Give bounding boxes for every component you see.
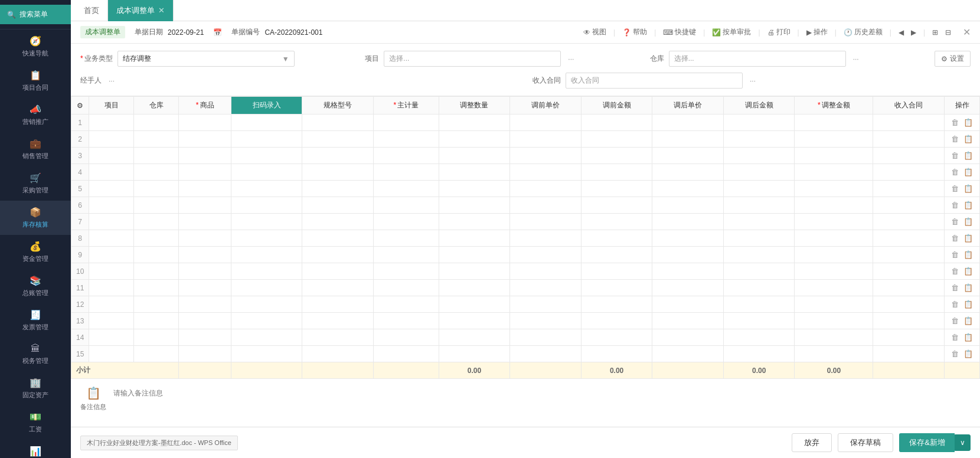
cell-warehouse-3[interactable] (134, 148, 179, 164)
cell-adj-amount-5[interactable] (795, 181, 873, 197)
cell-scan-2[interactable] (231, 131, 302, 148)
cell-adj-amount-3[interactable] (795, 148, 873, 164)
cell-before-price-4[interactable] (510, 164, 582, 181)
cell-adj-amount-11[interactable] (795, 280, 873, 296)
income-contract-input[interactable]: 收入合同 (566, 73, 743, 89)
cell-adj-amount-10[interactable] (795, 263, 873, 280)
handler-more-icon[interactable]: ··· (109, 77, 115, 85)
cell-warehouse-7[interactable] (134, 214, 179, 230)
cell-adj-amount-6[interactable] (795, 197, 873, 214)
settings-button[interactable]: ⚙ 设置 (935, 51, 971, 67)
cell-before-price-9[interactable] (510, 247, 582, 263)
cell-after-amount-7[interactable] (723, 214, 795, 230)
cell-spec-5[interactable] (302, 181, 374, 197)
save-new-main-button[interactable]: 保存&新增 (899, 433, 955, 452)
cell-project-5[interactable] (89, 181, 134, 197)
cell-product-4[interactable] (179, 164, 231, 181)
cell-product-8[interactable] (179, 230, 231, 247)
cell-product-13[interactable] (179, 313, 231, 329)
cell-before-price-11[interactable] (510, 280, 582, 296)
notes-input[interactable] (113, 386, 971, 407)
cell-before-amount-13[interactable] (581, 313, 652, 329)
cell-scan-4[interactable] (231, 164, 302, 181)
delete-row-13-icon[interactable]: 🗑 (950, 315, 960, 326)
delete-row-9-icon[interactable]: 🗑 (950, 249, 960, 260)
cell-income-contract-14[interactable] (873, 329, 945, 346)
cell-project-14[interactable] (89, 329, 134, 346)
cell-unit-10[interactable] (374, 263, 439, 280)
calendar-icon[interactable]: 📅 (213, 28, 222, 37)
cell-product-1[interactable] (179, 114, 231, 131)
cell-unit-4[interactable] (374, 164, 439, 181)
print-action[interactable]: 🖨打印 (767, 27, 790, 37)
cell-after-amount-14[interactable] (723, 329, 795, 346)
cell-before-amount-5[interactable] (581, 181, 652, 197)
tab-home[interactable]: 首页 (76, 0, 108, 21)
cell-before-price-8[interactable] (510, 230, 582, 247)
cell-project-15[interactable] (89, 346, 134, 362)
cell-spec-14[interactable] (302, 329, 374, 346)
cell-project-2[interactable] (89, 131, 134, 148)
cell-after-price-8[interactable] (652, 230, 724, 247)
th-gear[interactable]: ⚙ (71, 97, 89, 114)
cell-spec-11[interactable] (302, 280, 374, 296)
cell-adj-qty-9[interactable] (439, 247, 510, 263)
cell-before-amount-7[interactable] (581, 214, 652, 230)
delete-row-15-icon[interactable]: 🗑 (950, 348, 960, 359)
cell-warehouse-15[interactable] (134, 346, 179, 362)
cell-adj-amount-13[interactable] (795, 313, 873, 329)
cell-project-9[interactable] (89, 247, 134, 263)
cell-before-amount-8[interactable] (581, 230, 652, 247)
sidebar-item-quick-nav[interactable]: 🧭快速导航 (0, 30, 71, 64)
income-contract-more-icon[interactable]: ··· (750, 77, 756, 85)
cell-income-contract-5[interactable] (873, 181, 945, 197)
cell-spec-2[interactable] (302, 131, 374, 148)
cell-adj-qty-8[interactable] (439, 230, 510, 247)
copy-row-3-icon[interactable]: 📋 (962, 150, 974, 161)
copy-row-4-icon[interactable]: 📋 (962, 166, 974, 178)
cell-warehouse-12[interactable] (134, 296, 179, 313)
cell-before-price-7[interactable] (510, 214, 582, 230)
cell-scan-3[interactable] (231, 148, 302, 164)
cell-before-price-1[interactable] (510, 114, 582, 131)
delete-row-8-icon[interactable]: 🗑 (950, 233, 960, 244)
cell-product-5[interactable] (179, 181, 231, 197)
cell-spec-9[interactable] (302, 247, 374, 263)
sidebar-item-inventory-calc[interactable]: 📦库存核算 (0, 201, 71, 235)
delete-row-10-icon[interactable]: 🗑 (950, 266, 960, 277)
cell-after-price-13[interactable] (652, 313, 724, 329)
history-action[interactable]: 🕐历史差额 (844, 27, 883, 37)
cell-product-12[interactable] (179, 296, 231, 313)
cell-scan-14[interactable] (231, 329, 302, 346)
cell-warehouse-1[interactable] (134, 114, 179, 131)
cell-after-amount-6[interactable] (723, 197, 795, 214)
cell-adj-qty-5[interactable] (439, 181, 510, 197)
cell-scan-15[interactable] (231, 346, 302, 362)
cell-spec-15[interactable] (302, 346, 374, 362)
cell-spec-8[interactable] (302, 230, 374, 247)
cell-warehouse-5[interactable] (134, 181, 179, 197)
cell-before-price-2[interactable] (510, 131, 582, 148)
cell-after-amount-11[interactable] (723, 280, 795, 296)
cell-unit-15[interactable] (374, 346, 439, 362)
cell-after-price-3[interactable] (652, 148, 724, 164)
copy-row-2-icon[interactable]: 📋 (962, 133, 974, 145)
th-scan[interactable]: 扫码录入 (231, 97, 302, 114)
cell-income-contract-6[interactable] (873, 197, 945, 214)
copy-row-13-icon[interactable]: 📋 (962, 315, 974, 326)
project-select[interactable]: 选择... (384, 51, 561, 67)
cell-before-amount-11[interactable] (581, 280, 652, 296)
cell-before-amount-3[interactable] (581, 148, 652, 164)
cell-before-price-14[interactable] (510, 329, 582, 346)
cell-warehouse-11[interactable] (134, 280, 179, 296)
cell-product-10[interactable] (179, 263, 231, 280)
cell-scan-8[interactable] (231, 230, 302, 247)
cell-spec-1[interactable] (302, 114, 374, 131)
copy-row-7-icon[interactable]: 📋 (962, 216, 974, 227)
view-action[interactable]: 👁视图 (583, 27, 606, 37)
project-more-icon[interactable]: ··· (568, 55, 574, 63)
cell-before-amount-9[interactable] (581, 247, 652, 263)
review-action[interactable]: ✅按单审批 (712, 27, 751, 37)
cell-spec-12[interactable] (302, 296, 374, 313)
cell-scan-12[interactable] (231, 296, 302, 313)
